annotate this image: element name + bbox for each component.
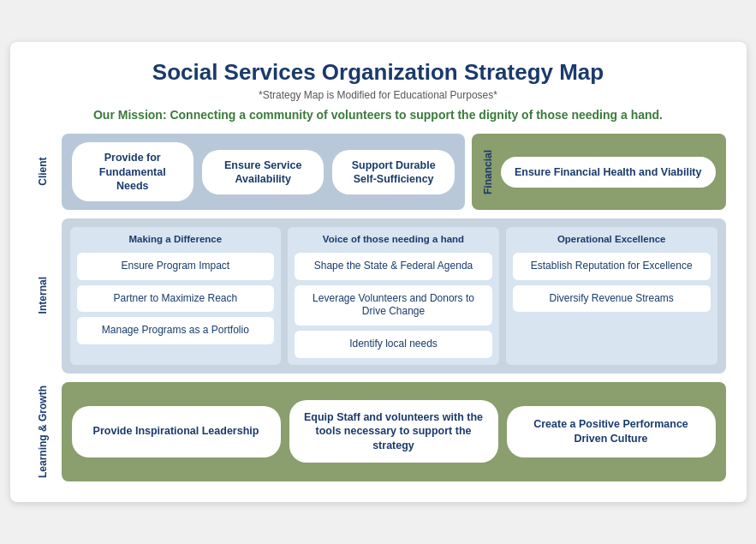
- card-positive-culture: Create a Positive Performance Driven Cul…: [507, 406, 716, 457]
- internal-group-voice: Voice of those needing a hand Shape the …: [288, 227, 499, 364]
- card-ensure-service: Ensure Service Availability: [202, 150, 324, 195]
- card-local-needs: Identify local needs: [295, 331, 492, 358]
- card-equip-staff: Equip Staff and volunteers with the tool…: [289, 400, 498, 463]
- card-reputation: Establish Reputation for Excellence: [513, 253, 711, 280]
- group-title-making: Making a Difference: [77, 234, 275, 248]
- learning-section: Provide Inspirational Leadership Equip S…: [62, 382, 726, 481]
- internal-label: Internal: [31, 218, 55, 373]
- group-title-voice: Voice of those needing a hand: [295, 234, 492, 248]
- card-provide-fundamental: Provide for Fundamental Needs: [72, 142, 193, 201]
- card-state-federal: Shape the State & Federal Agenda: [295, 253, 492, 280]
- card-leverage-volunteers: Leverage Volunteers and Donors to Drive …: [295, 285, 492, 326]
- card-diversify-revenue: Diversify Revenue Streams: [513, 285, 711, 313]
- internal-group-operational: Operational Excellence Establish Reputat…: [506, 227, 717, 364]
- main-title: Social Services Organization Strategy Ma…: [31, 59, 726, 86]
- financial-label: Financial: [482, 150, 494, 194]
- client-section: Provide for Fundamental Needs Ensure Ser…: [62, 134, 465, 210]
- internal-section: Making a Difference Ensure Program Impac…: [62, 218, 726, 373]
- internal-row: Internal Making a Difference Ensure Prog…: [31, 218, 726, 373]
- learning-row: Learning & Growth Provide Inspirational …: [31, 382, 726, 481]
- card-support-durable: Support Durable Self-Sufficiency: [332, 150, 454, 195]
- card-program-impact: Ensure Program Impact: [77, 253, 275, 280]
- card-partner-reach: Partner to Maximize Reach: [77, 285, 275, 313]
- internal-group-making: Making a Difference Ensure Program Impac…: [70, 227, 282, 364]
- group-title-operational: Operational Excellence: [513, 234, 711, 248]
- page-container: Social Services Organization Strategy Ma…: [10, 42, 747, 501]
- financial-section: Financial Ensure Financial Health and Vi…: [472, 134, 726, 210]
- client-row: Client Provide for Fundamental Needs Ens…: [31, 134, 726, 210]
- subtitle: *Strategy Map is Modified for Educationa…: [31, 89, 726, 101]
- card-financial-health: Ensure Financial Health and Viability: [501, 157, 716, 188]
- card-inspirational-leadership: Provide Inspirational Leadership: [72, 406, 281, 457]
- card-manage-programs: Manage Programs as a Portfolio: [77, 317, 275, 344]
- client-label: Client: [31, 134, 55, 210]
- learning-label: Learning & Growth: [31, 382, 55, 481]
- mission-statement: Our Mission: Connecting a community of v…: [31, 108, 726, 122]
